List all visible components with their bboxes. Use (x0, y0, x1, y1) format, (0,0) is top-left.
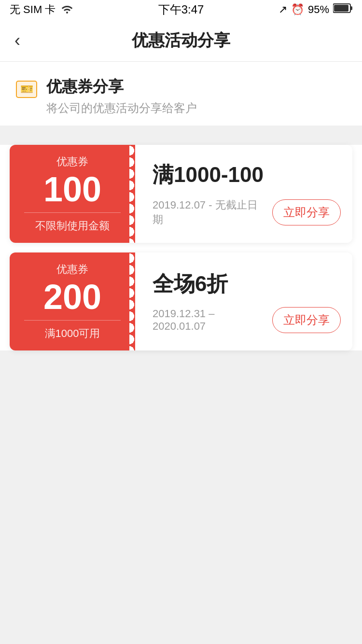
battery-icon (333, 3, 352, 16)
status-left: 无 SIM 卡 (10, 2, 74, 17)
coupon-divider-1 (24, 212, 121, 213)
coupon-date-2: 2019.12.31 – 2020.01.07 (153, 308, 267, 333)
battery-label: 95% (308, 3, 329, 16)
coupon-name-2: 全场6折 (153, 270, 341, 298)
section-title: 优惠券分享 (46, 76, 197, 98)
sim-label: 无 SIM 卡 (10, 2, 56, 17)
coupon-card-2: 优惠券 200 满1000可用 全场6折 2019.12.31 – 2020.0… (10, 252, 352, 350)
section-header: 🎫 优惠券分享 将公司的优惠活动分享给客户 (0, 62, 362, 126)
status-right: ↗ ⏰ 95% (278, 3, 352, 16)
share-button-1[interactable]: 立即分享 (272, 199, 341, 225)
back-button[interactable]: ‹ (14, 30, 20, 51)
coupon-left-2: 优惠券 200 满1000可用 (10, 252, 135, 350)
coupon-amount-2: 200 (43, 280, 101, 314)
section-text: 优惠券分享 将公司的优惠活动分享给客户 (46, 76, 197, 116)
location-icon: ↗ (278, 3, 287, 16)
coupon-condition-1: 不限制使用金额 (35, 219, 110, 233)
coupon-date-row-1: 2019.12.07 - 无截止日期 立即分享 (153, 198, 341, 227)
coupon-list: 优惠券 100 不限制使用金额 满1000-100 2019.12.07 - 无… (0, 145, 362, 350)
coupon-amount-1: 100 (43, 172, 101, 207)
section-divider (0, 126, 362, 135)
status-time: 下午3:47 (158, 2, 204, 17)
coupon-date-row-2: 2019.12.31 – 2020.01.07 立即分享 (153, 307, 341, 333)
coupon-label-2: 优惠券 (56, 262, 88, 277)
wifi-icon (60, 3, 74, 16)
page-title: 优惠活动分享 (132, 29, 230, 52)
coupon-section-icon: 🎫 (14, 77, 39, 101)
coupon-condition-2: 满1000可用 (45, 326, 100, 341)
coupon-right-2: 全场6折 2019.12.31 – 2020.01.07 立即分享 (135, 252, 352, 350)
status-bar: 无 SIM 卡 下午3:47 ↗ ⏰ 95% (0, 0, 362, 19)
coupon-card-1: 优惠券 100 不限制使用金额 满1000-100 2019.12.07 - 无… (10, 145, 352, 243)
svg-rect-2 (334, 5, 348, 12)
bottom-empty-area (0, 360, 362, 553)
svg-rect-1 (350, 6, 352, 10)
nav-bar: ‹ 优惠活动分享 (0, 19, 362, 62)
svg-text:🎫: 🎫 (20, 83, 34, 96)
coupon-label-1: 优惠券 (56, 154, 88, 169)
coupon-divider-2 (24, 320, 121, 321)
coupon-right-1: 满1000-100 2019.12.07 - 无截止日期 立即分享 (135, 145, 352, 243)
share-button-2[interactable]: 立即分享 (272, 307, 341, 333)
alarm-icon: ⏰ (291, 3, 304, 16)
section-subtitle: 将公司的优惠活动分享给客户 (46, 100, 197, 116)
coupon-name-1: 满1000-100 (153, 161, 341, 189)
coupon-date-1: 2019.12.07 - 无截止日期 (153, 198, 267, 227)
coupon-left-1: 优惠券 100 不限制使用金额 (10, 145, 135, 243)
